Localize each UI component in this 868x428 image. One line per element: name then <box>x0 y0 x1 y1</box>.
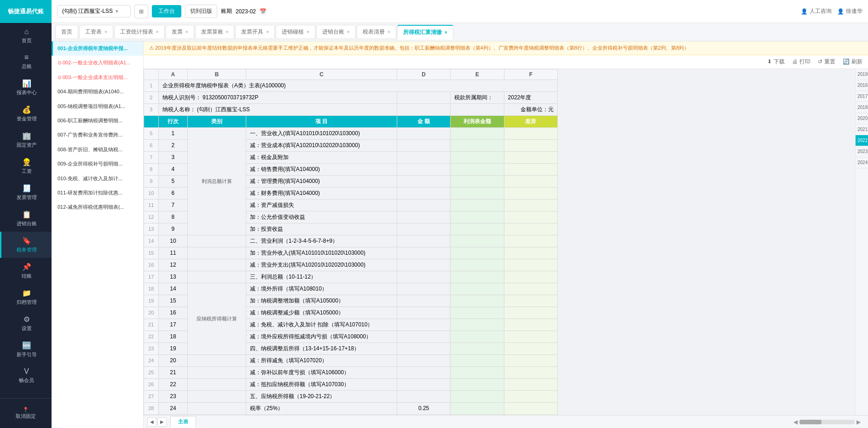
seq-cell[interactable]: 22 <box>158 378 187 390</box>
tab-invoice-calc[interactable]: 发票算账 × <box>195 25 235 39</box>
tab-close-icon[interactable]: × <box>156 29 159 34</box>
profit-cell[interactable] <box>451 283 504 295</box>
seq-cell[interactable]: 8 <box>158 211 187 223</box>
item-cell[interactable]: 减：境外应税所得抵减境内亏损（填写A108000） <box>246 331 397 342</box>
amount-cell[interactable] <box>397 331 450 342</box>
item-cell[interactable]: 加：营业外收入(填写A101010\101020\103000) <box>246 247 397 259</box>
item-cell[interactable]: 五、应纳税所得额（19-20-21-22） <box>246 390 397 402</box>
profit-cell[interactable] <box>451 139 504 151</box>
reset-button[interactable]: ↺ 重置 <box>818 58 835 66</box>
tab-home[interactable]: 首页 <box>55 25 78 39</box>
diff-cell[interactable] <box>504 199 557 211</box>
profit-cell[interactable] <box>451 199 504 211</box>
tab-close-icon[interactable]: × <box>226 29 229 34</box>
amount-cell[interactable] <box>397 366 450 378</box>
year-item-2023[interactable]: 2023 <box>856 146 868 157</box>
refresh-button[interactable]: 🔄 刷新 <box>843 58 862 66</box>
diff-cell[interactable] <box>504 187 557 199</box>
item-cell[interactable]: 减：所得减免（填写A107020） <box>246 354 397 366</box>
diff-cell[interactable] <box>504 331 557 342</box>
item-cell[interactable]: 减：管理费用(填写A104000) <box>246 175 397 187</box>
diff-cell[interactable] <box>504 402 557 414</box>
tab-sales-ledger[interactable]: 进销台账 × <box>316 25 356 39</box>
seq-cell[interactable]: 17 <box>158 319 187 331</box>
amount-cell[interactable] <box>397 378 450 390</box>
table-row[interactable]: 14 10 二、营业利润（1-2-3-4-5-6-7-8+9） <box>144 235 558 247</box>
amount-cell[interactable] <box>397 342 450 354</box>
sidebar-item-invoices[interactable]: 🧾 发票管理 <box>0 179 52 205</box>
diff-cell[interactable] <box>504 319 557 331</box>
profit-cell[interactable] <box>451 259 504 271</box>
diff-cell[interactable] <box>504 175 557 187</box>
seq-cell[interactable]: 24 <box>158 402 187 414</box>
diff-cell[interactable] <box>504 259 557 271</box>
amount-cell[interactable]: 0.25 <box>397 402 450 414</box>
profit-cell[interactable] <box>451 151 504 163</box>
tab-close-icon[interactable]: × <box>104 29 107 34</box>
sidebar-item-assets[interactable]: 🏢 固定资产 <box>0 127 52 153</box>
sidebar-item-home[interactable]: ⌂ 首页 <box>0 23 52 49</box>
item-cell[interactable]: 减：境外所得（填写A108010） <box>246 283 397 295</box>
seq-cell[interactable]: 11 <box>158 247 187 259</box>
amount-cell[interactable] <box>397 354 450 366</box>
seq-cell[interactable]: 20 <box>158 354 187 366</box>
tab-invoice[interactable]: 发票 × <box>166 25 194 39</box>
diff-cell[interactable] <box>504 235 557 247</box>
list-item-003[interactable]: ⊙003-一般企业成本支出明细... <box>52 70 143 85</box>
seq-cell[interactable]: 21 <box>158 366 187 378</box>
list-item-008[interactable]: 008-资产折旧、摊销及纳税... <box>52 143 143 157</box>
item-cell[interactable]: 减：财务费用(填写A104000) <box>246 187 397 199</box>
sheet-tab-main[interactable]: 主表 <box>170 416 196 428</box>
amount-cell[interactable] <box>397 151 450 163</box>
tab-close-icon[interactable]: × <box>185 29 188 34</box>
amount-cell[interactable] <box>397 390 450 402</box>
table-row[interactable]: 5 1 利润总额计算 一、营业收入(填写A101010\101020\10300… <box>144 127 558 139</box>
profit-cell[interactable] <box>451 247 504 259</box>
amount-cell[interactable] <box>397 319 450 331</box>
profit-cell[interactable] <box>451 295 504 307</box>
tab-payroll-stats[interactable]: 工资统计报表 × <box>114 25 165 39</box>
seq-cell[interactable]: 18 <box>158 331 187 342</box>
list-item-002[interactable]: ⊙002-一般企业收入明细表(A1... <box>52 56 143 70</box>
item-cell[interactable]: 减：税金及附加 <box>246 151 397 163</box>
user-service[interactable]: 👤 人工咨询 <box>801 7 832 15</box>
item-cell[interactable]: 减：营业成本(填写A102010\102020\103000) <box>246 139 397 151</box>
item-cell[interactable]: 一、营业收入(填写A101010\101020\103000) <box>246 127 397 139</box>
seq-cell[interactable]: 3 <box>158 151 187 163</box>
seq-cell[interactable]: 14 <box>158 283 187 295</box>
year-item-2017[interactable]: 2017 <box>856 91 868 102</box>
diff-cell[interactable] <box>504 151 557 163</box>
diff-cell[interactable] <box>504 247 557 259</box>
list-item-005[interactable]: 005-纳税调整项目明细表(A1... <box>52 99 143 114</box>
profit-cell[interactable] <box>451 378 504 390</box>
diff-cell[interactable] <box>504 342 557 354</box>
workbench-button[interactable]: 工作台 <box>152 5 181 17</box>
profit-cell[interactable] <box>451 187 504 199</box>
tab-sales-check[interactable]: 进销碰核 × <box>276 25 315 39</box>
table-row[interactable]: 17 13 三、利润总额（10-11-12） <box>144 271 558 283</box>
seq-cell[interactable]: 23 <box>158 390 187 402</box>
profit-cell[interactable] <box>451 414 504 415</box>
copy-icon-btn[interactable]: ⊞ <box>134 5 148 18</box>
sidebar-item-reports[interactable]: 📊 报表中心 <box>0 74 52 101</box>
year-item-2021[interactable]: 2021 <box>856 124 868 135</box>
sidebar-item-close[interactable]: 📌 结账 <box>0 258 52 284</box>
amount-cell[interactable] <box>397 283 450 295</box>
seq-cell[interactable]: 15 <box>158 295 187 307</box>
diff-cell[interactable] <box>504 390 557 402</box>
seq-cell[interactable]: 10 <box>158 235 187 247</box>
year-item-2019[interactable]: 2019 <box>856 69 868 80</box>
item-cell[interactable]: 减：弥补以前年度亏损（填写A106000） <box>246 366 397 378</box>
diff-cell[interactable] <box>504 307 557 319</box>
switch-version-button[interactable]: 切到旧版 <box>185 5 217 18</box>
list-item-001[interactable]: 001-企业所得税年度纳税申报... <box>52 41 143 56</box>
company-selector[interactable]: (勾削) 江西服宝-LSS ▼ <box>57 5 131 17</box>
diff-cell[interactable] <box>504 378 557 390</box>
tab-close-icon[interactable]: × <box>307 29 309 34</box>
seq-cell[interactable]: 25 <box>158 414 187 415</box>
table-row[interactable]: 24 20 减：所得减免（填写A107020） <box>144 354 558 366</box>
user-account[interactable]: 👤 徐逢华 <box>837 7 862 15</box>
calendar-icon[interactable]: 📅 <box>260 8 266 15</box>
table-row[interactable]: 29 25 六、应纳所得税额（23×24） <box>144 414 558 415</box>
amount-cell[interactable] <box>397 271 450 283</box>
